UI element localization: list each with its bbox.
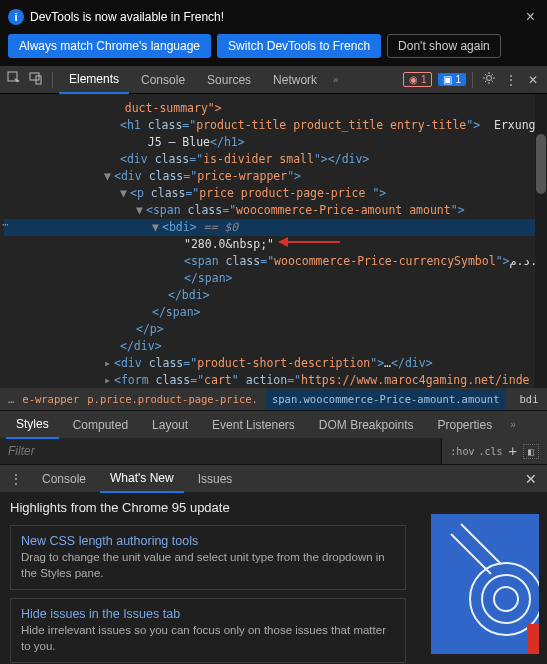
svg-rect-8 (527, 624, 539, 654)
issues-badge[interactable]: ▣ 1 (438, 73, 466, 86)
tab-styles[interactable]: Styles (6, 411, 59, 439)
tab-console[interactable]: Console (131, 67, 195, 93)
dont-show-button[interactable]: Don't show again (387, 34, 501, 58)
cls-toggle[interactable]: .cls (478, 446, 502, 457)
gear-icon[interactable] (479, 71, 499, 88)
new-style-rule-icon[interactable]: + (507, 443, 519, 459)
tab-properties[interactable]: Properties (428, 412, 503, 438)
error-dot-icon: ◉ (409, 74, 418, 85)
annotation-arrow-icon (278, 234, 340, 248)
crumb-item[interactable]: bdi (514, 389, 545, 409)
elements-dom-tree[interactable]: ⋯ duct-summary"> <h1 class="product-titl… (0, 94, 547, 388)
always-match-button[interactable]: Always match Chrome's language (8, 34, 211, 58)
drawer-tabbar: ⋮ Console What's New Issues ✕ (0, 464, 547, 492)
tab-elements[interactable]: Elements (59, 66, 129, 94)
whatsnew-heading: Highlights from the Chrome 95 update (10, 500, 537, 515)
svg-point-3 (487, 76, 492, 81)
styles-filter-row: :hov .cls + ◧ (0, 438, 547, 464)
crumb-item[interactable]: e-wrapper (22, 393, 79, 405)
dom-text: duct-summary"> (104, 101, 222, 115)
info-icon: i (8, 9, 24, 25)
dom-text: product-title product_title entry-title (196, 118, 466, 132)
kebab-icon[interactable]: ⋮ (501, 73, 521, 87)
scrollbar-thumb[interactable] (536, 134, 546, 194)
gutter-ellipsis-icon: ⋯ (2, 218, 9, 231)
chat-icon: ▣ (443, 74, 452, 85)
close-devtools-icon[interactable]: ✕ (523, 73, 543, 87)
tab-sources[interactable]: Sources (197, 67, 261, 93)
issue-count: 1 (455, 74, 461, 85)
inspect-icon[interactable] (4, 71, 24, 88)
language-banner: i DevTools is now available in French! ×… (0, 0, 547, 66)
device-toggle-icon[interactable] (26, 71, 46, 88)
crumb-item-selected[interactable]: span.woocommerce-Price-amount.amount (266, 389, 506, 409)
crumb-item[interactable]: p.price.product-page-price. (87, 393, 258, 405)
drawer-tab-whatsnew[interactable]: What's New (100, 465, 184, 493)
styles-tabbar: Styles Computed Layout Event Listeners D… (0, 410, 547, 438)
drawer-tab-issues[interactable]: Issues (188, 466, 243, 492)
styles-pane-toggle-icon[interactable]: ◧ (523, 444, 539, 459)
tab-layout[interactable]: Layout (142, 412, 198, 438)
card-title: New CSS length authoring tools (21, 534, 395, 548)
more-tabs-icon[interactable]: » (329, 74, 343, 85)
elements-breadcrumb[interactable]: … e-wrapper p.price.product-page-price. … (0, 388, 547, 410)
tab-computed[interactable]: Computed (63, 412, 138, 438)
drawer-tab-console[interactable]: Console (32, 466, 96, 492)
ellipsis-icon: … (8, 393, 14, 405)
main-tabbar: Elements Console Sources Network » ◉ 1 ▣… (0, 66, 547, 94)
whatsnew-card[interactable]: New CSS length authoring tools Drag to c… (10, 525, 406, 590)
dom-text-node: "280.0&nbsp;" (184, 237, 274, 251)
error-count: 1 (421, 74, 427, 85)
card-text: Hide irrelevant issues so you can focus … (21, 623, 395, 654)
tab-event-listeners[interactable]: Event Listeners (202, 412, 305, 438)
close-icon[interactable]: × (522, 8, 539, 26)
more-tabs-icon[interactable]: » (506, 419, 520, 430)
scrollbar-track[interactable] (535, 94, 547, 388)
error-badge[interactable]: ◉ 1 (403, 72, 433, 87)
tab-dom-breakpoints[interactable]: DOM Breakpoints (309, 412, 424, 438)
whatsnew-panel: Highlights from the Chrome 95 update New… (0, 492, 547, 664)
tab-network[interactable]: Network (263, 67, 327, 93)
switch-french-button[interactable]: Switch DevTools to French (217, 34, 381, 58)
hov-toggle[interactable]: :hov (450, 446, 474, 457)
card-text: Drag to change the unit value and select… (21, 550, 395, 581)
styles-filter-input[interactable] (0, 440, 441, 462)
dom-selected-marker: == $0 (197, 220, 239, 234)
svg-rect-4 (431, 514, 539, 654)
close-drawer-icon[interactable]: ✕ (519, 471, 543, 487)
dom-text: د.م. (509, 254, 537, 268)
whatsnew-thumbnail (431, 514, 539, 654)
banner-message: DevTools is now available in French! (30, 10, 224, 24)
dom-text: https://www.maroc4gaming.net/inde (301, 373, 529, 387)
kebab-icon[interactable]: ⋮ (4, 472, 28, 486)
card-title: Hide issues in the Issues tab (21, 607, 395, 621)
whatsnew-card[interactable]: Hide issues in the Issues tab Hide irrel… (10, 598, 406, 663)
